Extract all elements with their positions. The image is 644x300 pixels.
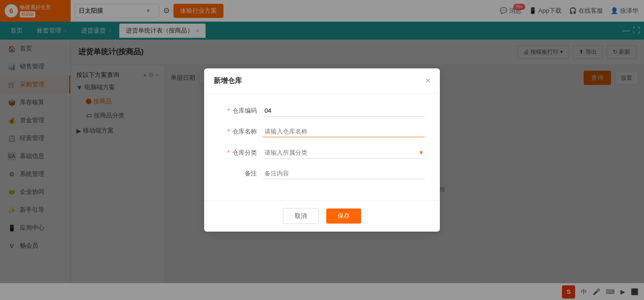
remark-input[interactable] bbox=[263, 168, 425, 179]
modal-overlay: 新增仓库 × * 仓库编码 * 仓库名称 bbox=[0, 0, 644, 300]
modal-body: * 仓库编码 * 仓库名称 * 仓库分类 bbox=[204, 94, 440, 200]
warehouse-code-input[interactable] bbox=[263, 105, 425, 117]
modal-title: 新增仓库 bbox=[214, 76, 242, 85]
form-row-code: * 仓库编码 bbox=[219, 105, 425, 117]
cancel-btn[interactable]: 取消 bbox=[283, 208, 319, 224]
form-row-remark: 备注 bbox=[219, 168, 425, 179]
category-label: * 仓库分类 bbox=[219, 149, 257, 157]
code-label: * 仓库编码 bbox=[219, 107, 257, 115]
category-input[interactable] bbox=[264, 149, 420, 156]
category-dropdown-arrow: ▾ bbox=[420, 149, 423, 156]
form-row-category: * 仓库分类 ▾ bbox=[219, 147, 425, 158]
remark-label: 备注 bbox=[219, 169, 257, 178]
name-label: * 仓库名称 bbox=[219, 127, 257, 136]
modal-close-btn[interactable]: × bbox=[425, 76, 430, 86]
new-warehouse-modal: 新增仓库 × * 仓库编码 * 仓库名称 bbox=[204, 68, 440, 232]
form-row-name: * 仓库名称 bbox=[219, 126, 425, 137]
modal-header: 新增仓库 × bbox=[204, 68, 440, 94]
warehouse-name-input[interactable] bbox=[263, 126, 425, 137]
modal-footer: 取消 保存 bbox=[204, 200, 440, 232]
category-select-wrap[interactable]: ▾ bbox=[263, 147, 425, 158]
save-btn[interactable]: 保存 bbox=[326, 208, 361, 224]
